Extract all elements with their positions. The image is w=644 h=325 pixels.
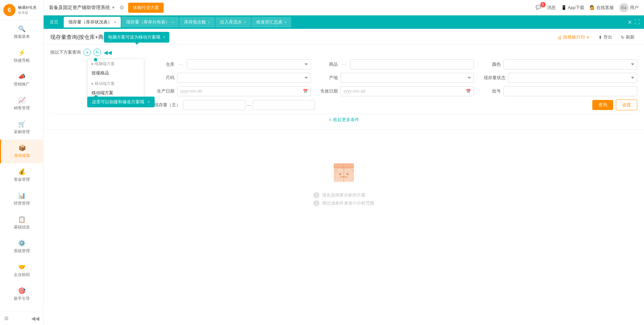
filter-row-empty1 [322, 100, 476, 110]
filter-select-size[interactable] [177, 73, 311, 83]
sidebar-item-purchase[interactable]: 🛒 采购管理 [0, 116, 43, 140]
sidebar-item-search[interactable]: 🔍 搜索菜单 [0, 20, 43, 44]
online-service-action[interactable]: 💁 在线客服 [590, 5, 614, 11]
tab-inout-flow-close[interactable]: × [244, 20, 246, 24]
tab-batch-account-close[interactable]: × [208, 20, 210, 24]
sidebar-item-sales[interactable]: 📈 销售管理 [0, 92, 43, 116]
filter-date-prod-start[interactable]: yyyy-mm-dd 📅 [177, 86, 311, 96]
svg-point-4 [346, 173, 348, 175]
filter-select-origin[interactable] [340, 73, 474, 83]
filter-input-stock-qty-min[interactable] [183, 100, 246, 110]
set-button[interactable]: 设置 [616, 100, 637, 110]
sidebar: 6 畅通好生意 标准版 🔍 搜索菜单 ⚡ 快捷导航 📣 营销推广 📈 销售管理 … [0, 0, 44, 325]
header-right: 💬 6 消息 📱 App下载 💁 在线客服 Ea 用户 [536, 3, 639, 12]
schema-item-pc[interactable]: 按规格品 [88, 67, 144, 79]
filter-date-expiry-start[interactable]: yyyy-mm-dd 📅 [340, 86, 474, 96]
filter-select-color[interactable] [503, 59, 637, 69]
search-icon: 🔍 [18, 25, 25, 33]
user-action[interactable]: Ea 用户 [619, 3, 639, 12]
filter-input-stock-qty-max[interactable] [253, 100, 315, 110]
tab-inventory-status-close[interactable]: × [114, 20, 116, 24]
app-badge: 标准版 [18, 10, 37, 15]
filter-header: 按以下方案查询 + ↻ ◀◀ 电脑方案可设为移动方案哦 × [50, 49, 637, 56]
tab-inventory-status[interactable]: 现存量（库存状况表） × [64, 17, 121, 28]
expand-icon[interactable]: ⛶ [635, 19, 640, 25]
empty-state: ? ? 1 请先选择要分析的方案 2 用过滤条件来缩小分析范围 [44, 130, 644, 233]
print-icon: 🖨 [557, 35, 562, 40]
filter-input-product[interactable] [350, 59, 474, 69]
filter-input-batch[interactable] [503, 86, 637, 96]
filter-label-product: 商品 [318, 61, 338, 67]
sales-icon: 📈 [18, 97, 25, 104]
sidebar-item-finance[interactable]: 💰 资金管理 [0, 163, 43, 187]
tab-home[interactable]: 首页 [45, 17, 63, 28]
user-name: 用户 [630, 5, 639, 11]
system-title-dropdown[interactable]: 装备及固定资产辅助管理系统 ▼ [49, 5, 115, 11]
warehouse-dots-icon[interactable]: ··· [177, 61, 184, 67]
filter-select-stock-status[interactable] [508, 73, 637, 83]
schema-create-tooltip-close[interactable]: × [148, 100, 150, 104]
empty-illustration: ? ? [329, 157, 359, 187]
filter-label-size: 尺码 [154, 75, 174, 81]
export-btn[interactable]: ⬆ 导出 [596, 33, 615, 42]
close-all-tabs-icon[interactable]: ✕ [628, 19, 632, 25]
sidebar-item-system[interactable]: ⚙️ 系统管理 [0, 235, 43, 259]
sidebar-item-marketing[interactable]: 📣 营销推广 [0, 68, 43, 92]
tab-receive-summary-close[interactable]: × [284, 20, 286, 24]
mobile-scheme-tooltip: 电脑方案可设为移动方案哦 × [104, 32, 169, 43]
template-print-label: 按模板打印 [563, 34, 585, 40]
sidebar-label-enterprise: 企业协同 [14, 272, 30, 278]
mobile-scheme-tooltip-close[interactable]: × [163, 35, 165, 40]
sidebar-item-quick-nav[interactable]: ⚡ 快捷导航 [0, 44, 43, 68]
app-download-label: App下载 [568, 5, 584, 11]
prod-date-calendar-icon[interactable]: 📅 [303, 89, 308, 94]
tab-inventory-dist-close[interactable]: × [172, 20, 174, 24]
filter-label-origin: 产地 [318, 75, 338, 81]
sidebar-label-quick-nav: 快捷导航 [14, 58, 30, 63]
product-dots-icon[interactable]: ··· [340, 61, 347, 67]
tab-inventory-dist[interactable]: 现存量（库存分布表） × [121, 17, 178, 28]
sidebar-label-inventory: 库存核算 [14, 153, 30, 159]
filter-refresh-button[interactable]: ↻ [94, 49, 101, 56]
template-print-btn[interactable]: 🖨 按模板打印 ▼ [555, 33, 592, 42]
sidebar-label-operations: 经营管理 [14, 201, 30, 206]
app-download-action[interactable]: 📱 App下载 [561, 5, 584, 11]
experience-button[interactable]: 体验行业方案 [128, 3, 164, 13]
collapse-more-btn[interactable]: ∧ 收起更多条件 [50, 114, 637, 125]
filter-back-button[interactable]: ◀◀ [104, 49, 112, 56]
tab-receive-summary-label: 收发存汇总表 [256, 19, 282, 25]
search-button[interactable]: 查询 [592, 100, 613, 110]
filter-action-buttons: 查询 设置 [483, 100, 638, 110]
sidebar-label-marketing: 营销推广 [14, 82, 30, 87]
sidebar-item-inventory[interactable]: 📦 库存核算 [0, 140, 43, 163]
filter-select-warehouse[interactable] [187, 59, 311, 69]
tab-receive-summary[interactable]: 收发存汇总表 × [252, 17, 291, 28]
sidebar-item-basic[interactable]: 📋 基础信息 [0, 211, 43, 235]
system-settings-icon[interactable]: ⚙ [119, 4, 124, 11]
sidebar-item-guide[interactable]: 🎯 新手引导 [0, 282, 43, 306]
tab-bar: 首页 现存量（库存状况表） × 现存量（库存分布表） × 库存批次账 × 出入库… [44, 15, 644, 29]
collapse-more-label: 收起更多条件 [333, 117, 359, 122]
filter-label-stock-qty: 现存量（主） [154, 102, 180, 108]
settings-bottom-icon[interactable]: ⚙ [4, 315, 9, 322]
collapse-sidebar-icon[interactable]: ◀◀ [31, 315, 39, 322]
guide-icon: 🎯 [18, 287, 25, 294]
filter-range-stock-qty: — [183, 100, 315, 110]
sidebar-item-enterprise[interactable]: 🤝 企业协同 [0, 259, 43, 282]
filter-area: 按以下方案查询 + ↻ ◀◀ 电脑方案可设为移动方案哦 × ▸ 电脑端方案 按规… [44, 45, 644, 129]
export-label: 导出 [603, 34, 612, 40]
top-header: 装备及固定资产辅助管理系统 ▼ ⚙ 体验行业方案 💬 6 消息 📱 App下载 … [44, 0, 644, 15]
main-area: 装备及固定资产辅助管理系统 ▼ ⚙ 体验行业方案 💬 6 消息 📱 App下载 … [44, 0, 644, 325]
tab-home-label: 首页 [50, 19, 58, 25]
messages-action[interactable]: 💬 6 消息 [536, 5, 556, 11]
sidebar-item-operations[interactable]: 📊 经营管理 [0, 187, 43, 211]
refresh-btn[interactable]: ↻ 刷新 [618, 33, 637, 42]
filter-row-batch: 批号 [481, 86, 637, 96]
tab-inout-flow[interactable]: 出入库流水 × [215, 17, 251, 28]
sidebar-logo: 6 畅通好生意 标准版 [0, 0, 43, 20]
expiry-date-calendar-icon[interactable]: 📅 [466, 89, 471, 94]
tab-batch-account[interactable]: 库存批次账 × [179, 17, 215, 28]
empty-steps: 1 请先选择要分析的方案 2 用过滤条件来缩小分析范围 [313, 192, 374, 206]
marketing-icon: 📣 [18, 73, 25, 80]
filter-add-button[interactable]: + [84, 49, 91, 56]
